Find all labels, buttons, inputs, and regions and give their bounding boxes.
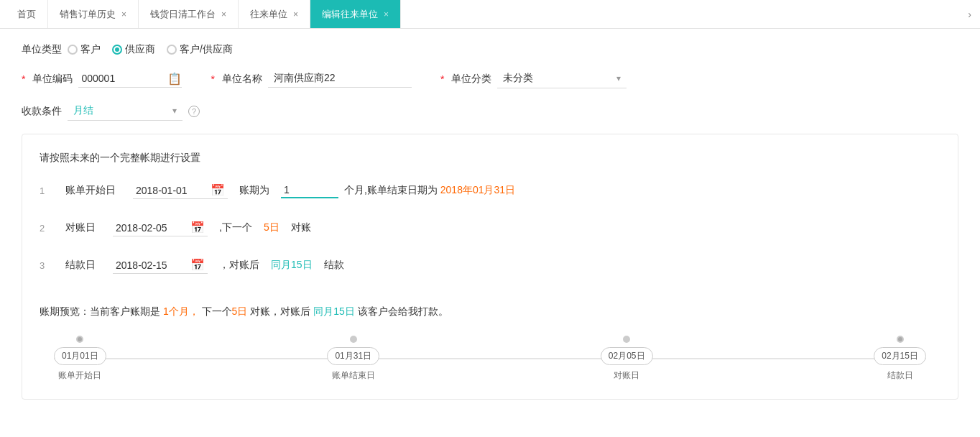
unit-class-label: 单位分类 (451, 73, 491, 86)
row-1-end-date: 2018年01月31日 (440, 184, 515, 196)
unit-code-icon[interactable]: 📋 (167, 72, 182, 86)
unit-code-label: 单位编码 (32, 73, 73, 86)
timeline-items: 01月01日 账单开始日 01月31日 账单结束日 02月05日 对账日 (54, 336, 926, 382)
row-2-date-field: 📅 (113, 219, 208, 236)
row-3-suffix: 结款 (324, 259, 344, 272)
tab-cash-workbench[interactable]: 钱货日清工作台 × (139, 0, 239, 28)
timeline: 01月01日 账单开始日 01月31日 账单结束日 02月05日 对账日 (40, 336, 940, 382)
unit-name-field: * 单位名称 (211, 70, 411, 88)
row-1-calendar-icon[interactable]: 📅 (211, 183, 225, 197)
unit-code-required: * (22, 73, 25, 85)
payment-field: 收款条件 月结 ▾ ? (22, 101, 200, 121)
tab-partner-unit-label: 往来单位 (250, 8, 287, 21)
timeline-label-2: 对账日 (614, 369, 639, 382)
tab-sales-history[interactable]: 销售订单历史 × (48, 0, 139, 28)
radio-both-label: 客户/供应商 (180, 43, 233, 56)
radio-both[interactable]: 客户/供应商 (167, 43, 233, 56)
payment-dropdown-icon: ▾ (172, 106, 177, 116)
settings-row-2: 2 对账日 📅 ,下一个5日对账 (40, 219, 940, 236)
row-2-number: 2 (40, 223, 54, 234)
settings-row-1: 1 账单开始日 📅 账期为 个月,账单结束日期为 2018年01月31日 (40, 182, 940, 199)
tab-edit-partner-close[interactable]: × (384, 9, 389, 19)
radio-customer[interactable]: 客户 (68, 43, 101, 56)
row-3-highlight: 同月15日 (271, 259, 313, 272)
tab-sales-history-close[interactable]: × (121, 9, 126, 19)
row-1-label: 账单开始日 (65, 184, 116, 197)
timeline-dot-1 (350, 336, 357, 343)
chevron-right-icon: › (968, 9, 971, 20)
preview-part3-suffix: 该客户会给我打款。 (358, 305, 448, 317)
unit-code-field: * 单位编码 📋 (22, 70, 182, 88)
row-3-calendar-icon[interactable]: 📅 (190, 258, 205, 272)
unit-info-row: * 单位编码 📋 * 单位名称 * 单位分类 未分类 ▾ (22, 69, 958, 88)
row-2-highlight: 5日 (264, 221, 279, 234)
timeline-label-0: 账单开始日 (58, 369, 101, 382)
timeline-badge-1: 01月31日 (327, 347, 379, 365)
row-1-period: 账期为 个月,账单结束日期为 2018年01月31日 (239, 183, 515, 198)
preview-text: 账期预览：当前客户账期是 1个月， 下一个5日 对账，对账后 同月15日 该客户… (40, 305, 940, 318)
unit-class-select[interactable]: 未分类 ▾ (497, 69, 627, 88)
row-1-date-input[interactable] (136, 185, 208, 196)
payment-label: 收款条件 (22, 105, 62, 118)
unit-code-input[interactable] (78, 70, 165, 87)
payment-help-icon[interactable]: ? (188, 106, 200, 117)
unit-type-label: 单位类型 (22, 43, 62, 56)
tab-more-button[interactable]: › (959, 0, 980, 28)
timeline-dot-0 (76, 336, 83, 343)
row-2-calendar-icon[interactable]: 📅 (190, 221, 205, 234)
radio-customer-circle (68, 45, 78, 55)
tab-cash-workbench-close[interactable]: × (221, 9, 226, 19)
unit-class-dropdown-icon: ▾ (616, 73, 621, 83)
row-3-number: 3 (40, 260, 54, 271)
preview-part1: 1个月， (163, 305, 199, 317)
tab-edit-partner[interactable]: 编辑往来单位 × (310, 0, 401, 28)
row-3-prefix: ，对账后 (219, 259, 259, 272)
preview-part2-prefix: 下一个 (202, 305, 232, 317)
unit-class-value: 未分类 (503, 72, 614, 85)
timeline-badge-3: 02月15日 (874, 347, 926, 365)
unit-type-row: 单位类型 客户 供应商 客户/供应商 (22, 43, 958, 56)
radio-both-circle (167, 45, 177, 55)
unit-name-input[interactable] (268, 70, 412, 88)
tab-partner-unit[interactable]: 往来单位 × (239, 0, 310, 28)
timeline-item-1: 01月31日 账单结束日 (327, 336, 379, 382)
timeline-item-0: 01月01日 账单开始日 (54, 336, 106, 382)
tab-edit-partner-label: 编辑往来单位 (322, 8, 378, 21)
tab-partner-unit-close[interactable]: × (293, 9, 298, 19)
row-2-label: 对账日 (65, 221, 96, 234)
row-3-date-input[interactable] (116, 259, 188, 271)
row-2-prefix: ,下一个 (219, 221, 252, 234)
timeline-dot-3 (897, 336, 904, 343)
unit-code-input-wrapper: 📋 (78, 70, 182, 88)
tab-home-label: 首页 (17, 8, 36, 21)
row-2-date-input[interactable] (116, 222, 188, 234)
timeline-label-1: 账单结束日 (332, 369, 375, 382)
row-2-suffix: 对账 (291, 221, 311, 234)
preview-part3-highlight: 同月15日 (313, 305, 355, 317)
timeline-dot-2 (623, 336, 630, 343)
row-1-date-field: 📅 (133, 182, 228, 199)
timeline-item-2: 02月05日 对账日 (601, 336, 653, 382)
tab-sales-history-label: 销售订单历史 (60, 8, 116, 21)
row-1-period-input[interactable] (281, 183, 338, 198)
preview-section: 账期预览：当前客户账期是 1个月， 下一个5日 对账，对账后 同月15日 该客户… (40, 294, 940, 382)
settings-box: 请按照未来的一个完整帐期进行设置 1 账单开始日 📅 账期为 个月,账单结束日期… (22, 134, 958, 400)
radio-supplier-circle (112, 45, 122, 55)
timeline-item-3: 02月15日 结款日 (874, 336, 926, 382)
payment-value: 月结 (73, 104, 170, 117)
row-3-date-field: 📅 (113, 257, 208, 274)
radio-supplier[interactable]: 供应商 (112, 43, 155, 56)
preview-label: 账期预览：当前客户账期是 (40, 305, 160, 317)
payment-select[interactable]: 月结 ▾ (68, 101, 182, 121)
settings-row-3: 3 结款日 📅 ，对账后同月15日结款 (40, 257, 940, 274)
timeline-badge-2: 02月05日 (601, 347, 653, 365)
preview-part2-suffix: 对账，对账后 (250, 305, 310, 317)
unit-name-label: 单位名称 (222, 73, 262, 86)
preview-part2-highlight: 5日 (232, 305, 248, 317)
unit-name-required: * (211, 73, 214, 85)
timeline-label-3: 结款日 (887, 369, 913, 382)
settings-title: 请按照未来的一个完整帐期进行设置 (40, 152, 940, 165)
main-content: 单位类型 客户 供应商 客户/供应商 * 单位编码 (0, 29, 980, 437)
radio-supplier-label: 供应商 (125, 43, 155, 56)
tab-home[interactable]: 首页 (6, 0, 48, 28)
